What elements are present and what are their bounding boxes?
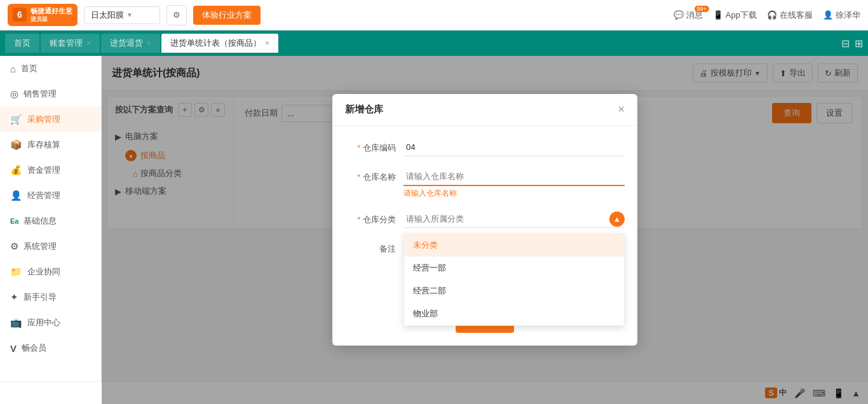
sidebar-item-basic-label: 基础信息 (24, 215, 57, 227)
inventory-icon: 📦 (10, 139, 22, 151)
logo-name: 畅捷通好生意 (31, 6, 72, 15)
tab-purchase-return[interactable]: 进货退货 × (101, 34, 160, 53)
sidebar-item-sales[interactable]: ◎ 销售管理 (0, 81, 101, 107)
tab-purchase-stats-label: 进货单统计表（按商品） (170, 37, 261, 49)
warehouse-code-row: 仓库编码 (345, 138, 625, 156)
store-selector[interactable]: 日太阳膜 ▼ (84, 6, 160, 24)
tab-home-label: 首页 (14, 37, 31, 49)
sidebar-item-inventory-label: 库存核算 (27, 139, 60, 151)
sidebar-item-basic[interactable]: Ea 基础信息 (0, 208, 101, 234)
main-layout: ⌂ 首页 ◎ 销售管理 🛒 采购管理 📦 库存核算 💰 资金管理 👤 经营管理 … (0, 56, 868, 404)
system-icon: ⚙ (10, 241, 18, 252)
store-name: 日太阳膜 (91, 10, 124, 21)
tab-purchase-return-label: 进货退货 (110, 37, 143, 49)
tab-purchase-stats-close-icon[interactable]: × (265, 39, 269, 48)
sidebar-item-inventory[interactable]: 📦 库存核算 (0, 132, 101, 158)
modal-overlay: 新增仓库 × 仓库编码 仓库名称 (102, 56, 868, 404)
warehouse-name-label: 仓库名称 (345, 168, 396, 183)
sidebar-item-enterprise-label: 企业协同 (27, 266, 60, 278)
tab-accounts-label: 账套管理 (50, 37, 83, 49)
vip-icon: V (10, 343, 17, 354)
sidebar-item-sales-label: 销售管理 (24, 88, 57, 100)
notification-area[interactable]: 💬 消息 99+ (674, 10, 703, 21)
sales-icon: ◎ (10, 88, 18, 100)
warehouse-name-input[interactable] (403, 168, 625, 186)
tab-bar: 首页 账套管理 × 进货退货 × 进货单统计表（按商品） × ⊟ ⊞ (0, 30, 868, 56)
tab-purchase-stats[interactable]: 进货单统计表（按商品） × (161, 34, 278, 53)
sidebar-item-purchase[interactable]: 🛒 采购管理 (0, 107, 101, 132)
dialog-close-icon[interactable]: × (618, 103, 625, 116)
dropdown-item-ops1[interactable]: 经营一部 (404, 257, 624, 279)
tab-minimize-icon[interactable]: ⊟ (841, 37, 850, 50)
dialog-body: 仓库编码 仓库名称 请输入仓库名称 (332, 126, 637, 304)
enterprise-icon: 📁 (10, 266, 22, 278)
sidebar-item-vip-label: 畅会员 (22, 342, 46, 354)
tab-purchase-return-close-icon[interactable]: × (147, 39, 151, 48)
online-service[interactable]: 🎧 在线客服 (767, 10, 813, 21)
app-download[interactable]: 📱 App下载 (713, 10, 757, 21)
mobile-icon: 📱 (713, 10, 723, 20)
tab-home[interactable]: 首页 (5, 34, 39, 53)
sidebar-item-guide-label: 新手引导 (24, 292, 57, 303)
tab-accounts-close-icon[interactable]: × (86, 39, 91, 48)
user-name: 徐泽华 (836, 10, 860, 21)
operations-icon: 👤 (10, 190, 22, 201)
chevron-down-icon: ▼ (126, 11, 133, 18)
basic-icon: Ea (10, 217, 18, 225)
dropdown-item-property[interactable]: 物业部 (404, 302, 624, 325)
warehouse-name-row: 仓库名称 请输入仓库名称 (345, 168, 625, 199)
dialog-title: 新增仓库 (345, 104, 383, 116)
user-icon: 👤 (823, 10, 833, 20)
home-icon: ⌂ (10, 64, 16, 74)
warehouse-category-label: 仓库分类 (345, 210, 396, 226)
warehouse-code-wrap (403, 138, 625, 156)
sidebar-item-home[interactable]: ⌂ 首页 (0, 56, 101, 81)
sidebar-item-system-label: 系统管理 (24, 241, 57, 252)
bell-icon: 💬 (674, 10, 684, 20)
trial-button[interactable]: 体验行业方案 (193, 6, 261, 25)
category-dropdown-menu: 未分类 经营一部 经营二部 物业部 (403, 233, 625, 326)
warehouse-category-row: 仓库分类 ▲ 未分类 经营一部 经营二部 物业部 (345, 210, 625, 228)
gear-button[interactable]: ⚙ (166, 5, 187, 25)
logo-icon: 6 (13, 8, 27, 22)
top-bar: 6 畅捷通好生意 捷员版 日太阳膜 ▼ ⚙ 体验行业方案 💬 消息 99+ 📱 … (0, 0, 868, 30)
sidebar-item-home-label: 首页 (21, 63, 37, 74)
purchase-icon: 🛒 (10, 114, 22, 125)
warehouse-name-error: 请输入仓库名称 (403, 188, 625, 199)
dropdown-item-none[interactable]: 未分类 (404, 234, 624, 257)
sidebar-item-appcenter[interactable]: 📺 应用中心 (0, 310, 101, 335)
appcenter-icon: 📺 (10, 317, 22, 328)
warehouse-code-input[interactable] (403, 138, 625, 156)
sidebar-item-finance[interactable]: 💰 资金管理 (0, 158, 101, 183)
sidebar-item-purchase-label: 采购管理 (27, 114, 60, 125)
logo: 6 畅捷通好生意 捷员版 (8, 4, 78, 26)
sidebar-item-system[interactable]: ⚙ 系统管理 (0, 234, 101, 259)
tab-maximize-icon[interactable]: ⊞ (855, 37, 863, 50)
finance-icon: 💰 (10, 165, 22, 176)
category-dropdown-icon[interactable]: ▲ (609, 212, 625, 227)
sidebar-item-appcenter-label: 应用中心 (27, 317, 60, 328)
sidebar-item-vip[interactable]: V 畅会员 (0, 335, 101, 361)
logo-sub: 捷员版 (31, 15, 72, 24)
sidebar-item-enterprise[interactable]: 📁 企业协同 (0, 259, 101, 285)
sidebar-item-operations[interactable]: 👤 经营管理 (0, 183, 101, 208)
warehouse-category-wrap: ▲ 未分类 经营一部 经营二部 物业部 (403, 210, 625, 228)
user-area[interactable]: 👤 徐泽华 (823, 10, 860, 21)
sidebar-item-operations-label: 经营管理 (27, 190, 60, 201)
new-warehouse-dialog: 新增仓库 × 仓库编码 仓库名称 (332, 94, 637, 346)
headphone-icon: 🎧 (767, 10, 777, 20)
warehouse-name-wrap: 请输入仓库名称 (403, 168, 625, 199)
dropdown-item-ops2[interactable]: 经营二部 (404, 279, 624, 302)
gear-icon: ⚙ (173, 10, 180, 20)
guide-icon: ✦ (10, 292, 18, 303)
sidebar-item-guide[interactable]: ✦ 新手引导 (0, 285, 101, 310)
warehouse-note-label: 备注 (345, 239, 396, 255)
warehouse-category-input[interactable] (403, 210, 625, 228)
top-bar-right: 💬 消息 99+ 📱 App下载 🎧 在线客服 👤 徐泽华 (674, 10, 860, 21)
warehouse-code-label: 仓库编码 (345, 138, 396, 154)
content-area: 进货单统计(按商品) 🖨 按模板打印 ▼ ⬆ 导出 ↻ 刷新 (102, 56, 868, 404)
online-service-label: 在线客服 (780, 10, 813, 21)
app-download-label: App下载 (726, 10, 757, 21)
tab-accounts[interactable]: 账套管理 × (41, 34, 100, 53)
dialog-header: 新增仓库 × (332, 94, 637, 126)
